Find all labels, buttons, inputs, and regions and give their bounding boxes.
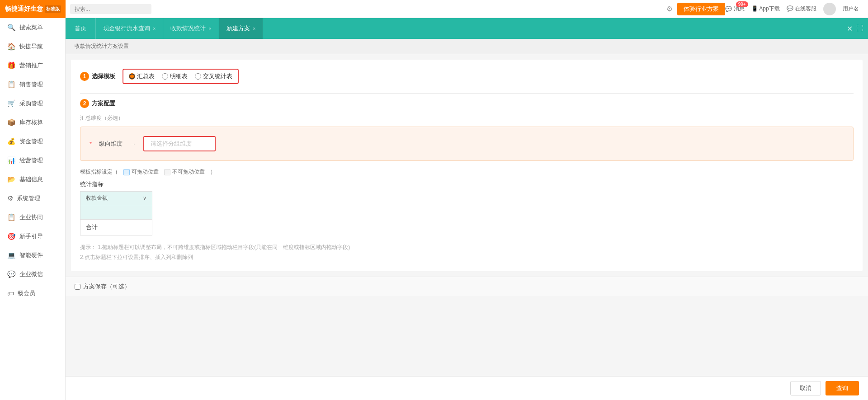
sidebar-item-member[interactable]: 🏷 畅会员 xyxy=(0,284,65,303)
tips-section: 提示： 1.拖动标题栏可以调整布局，不可跨维度或指标区域拖动栏目字段(只能在同一… xyxy=(80,243,854,262)
inventory-icon: 📦 xyxy=(7,118,16,127)
radio-summary-label: 汇总表 xyxy=(137,72,155,80)
sidebar-label-purchase: 采购管理 xyxy=(19,99,43,108)
sidebar-label-basic-info: 基础信息 xyxy=(19,175,43,184)
tab-cashflow[interactable]: 现金银行流水查询 × xyxy=(96,18,163,39)
tab-receipts-close[interactable]: × xyxy=(208,26,211,31)
sidebar-item-system[interactable]: ⚙ 系统管理 xyxy=(0,189,65,208)
radio-summary[interactable]: 汇总表 xyxy=(129,72,155,80)
dimension-row: * 纵向维度 → 请选择分组维度 xyxy=(90,136,844,151)
sidebar-label-system: 系统管理 xyxy=(17,194,40,202)
username: 用户名 xyxy=(843,5,859,13)
sidebar-label-hardware: 智能硬件 xyxy=(19,251,43,259)
save-section: 方案保存（可选） xyxy=(66,277,868,296)
tab-bar: 首页 现金银行流水查询 × 收款情况统计 × 新建方案 × ✕ ⛶ xyxy=(66,18,868,39)
metrics-total-label: 合计 xyxy=(86,224,98,231)
metrics-section: 统计指标 收款金额 ∨ 合计 xyxy=(80,180,854,235)
tab-cashflow-label: 现金银行流水查询 xyxy=(103,24,150,33)
step2-badge: 2 xyxy=(80,99,89,108)
sidebar-label-marketing: 营销推广 xyxy=(19,61,43,70)
step2-section: 2 方案配置 xyxy=(80,99,854,108)
metrics-dropdown-icon[interactable]: ∨ xyxy=(143,195,146,201)
radio-cross-input[interactable] xyxy=(195,73,201,80)
legend-dot-movable xyxy=(123,169,130,175)
guide-icon: 🎯 xyxy=(7,232,16,240)
sidebar-label-search: 搜索菜单 xyxy=(19,24,43,32)
tab-home-label: 首页 xyxy=(75,24,86,33)
tab-new-plan-label: 新建方案 xyxy=(226,24,250,33)
step1-label: 选择模板 xyxy=(92,72,115,80)
operations-icon: 📊 xyxy=(7,156,16,165)
service-icon: 💬 xyxy=(787,5,793,12)
app-download[interactable]: 📱 App下载 xyxy=(751,5,780,13)
step1-badge: 1 xyxy=(80,72,89,81)
tab-bar-right: ✕ ⛶ xyxy=(842,24,868,33)
message-badge[interactable]: 💬 消息 99+ xyxy=(725,5,745,13)
tab-new-plan-close[interactable]: × xyxy=(253,26,255,31)
sidebar-item-marketing[interactable]: 🎁 营销推广 xyxy=(0,56,65,75)
radio-detail-input[interactable] xyxy=(162,73,168,80)
dimension-config-label: 汇总维度（必选） xyxy=(80,114,854,122)
metrics-table-header[interactable]: 收款金额 ∨ xyxy=(80,192,152,205)
sidebar-item-basic-info[interactable]: 📂 基础信息 xyxy=(0,170,65,189)
sidebar-item-search[interactable]: 🔍 搜索菜单 xyxy=(0,18,65,37)
tip-2: 2.点击标题栏下拉可设置排序、插入列和删除列 xyxy=(80,253,854,263)
sidebar-item-purchase[interactable]: 🛒 采购管理 xyxy=(0,94,65,113)
sidebar-item-inventory[interactable]: 📦 库存核算 xyxy=(0,113,65,132)
save-checkbox[interactable] xyxy=(75,284,80,290)
home-icon: 🏠 xyxy=(7,42,16,51)
radio-summary-input[interactable] xyxy=(129,73,135,80)
metrics-table: 收款金额 ∨ 合计 xyxy=(80,191,152,235)
legend-movable-label: 可拖动位置 xyxy=(132,168,159,176)
legend-unmovable: 不可拖动位置 xyxy=(164,168,205,176)
weixin-icon: 💬 xyxy=(7,270,16,278)
sidebar-label-guide: 新手引导 xyxy=(19,232,43,240)
sidebar-item-enterprise[interactable]: 📋 企业协同 xyxy=(0,208,65,227)
tab-home[interactable]: 首页 xyxy=(66,18,96,39)
window-close-btn[interactable]: ✕ xyxy=(847,24,853,33)
window-expand-btn[interactable]: ⛶ xyxy=(856,24,863,33)
metrics-legend-label: 模板指标设定（ xyxy=(80,168,118,176)
metrics-title: 统计指标 xyxy=(80,180,854,188)
query-button[interactable]: 查询 xyxy=(826,381,859,395)
radio-detail[interactable]: 明细表 xyxy=(162,72,188,80)
message-icon: 💬 xyxy=(725,6,732,12)
dimension-arrow: → xyxy=(130,140,136,147)
sidebar-item-guide[interactable]: 🎯 新手引导 xyxy=(0,227,65,246)
sidebar-item-operations[interactable]: 📊 经营管理 xyxy=(0,151,65,170)
step2-label: 方案配置 xyxy=(92,99,115,108)
page-content: 收款情况统计方案设置 1 选择模板 汇总表 xyxy=(66,39,868,376)
trial-button[interactable]: 体验行业方案 xyxy=(677,3,725,15)
badge-count: 99+ xyxy=(736,1,748,7)
service-label: 在线客服 xyxy=(795,5,816,12)
tab-cashflow-close[interactable]: × xyxy=(153,26,156,31)
tab-receipts-label: 收款情况统计 xyxy=(170,24,206,33)
dimension-area: * 纵向维度 → 请选择分组维度 xyxy=(80,127,854,161)
save-label: 方案保存（可选） xyxy=(83,282,130,291)
content-area: 首页 现金银行流水查询 × 收款情况统计 × 新建方案 × ✕ ⛶ xyxy=(66,18,868,400)
user-avatar[interactable] xyxy=(823,3,836,15)
settings-icon[interactable]: ⚙ xyxy=(666,5,673,13)
marketing-icon: 🎁 xyxy=(7,61,16,70)
download-label: App下载 xyxy=(759,5,779,12)
sidebar: 🔍 搜索菜单 🏠 快捷导航 🎁 营销推广 📋 销售管理 🛒 采购管理 📦 库存核… xyxy=(0,18,66,400)
sidebar-label-enterprise: 企业协同 xyxy=(19,213,43,221)
online-service[interactable]: 💬 在线客服 xyxy=(787,5,816,13)
dimension-name: 纵向维度 xyxy=(99,140,123,148)
sidebar-item-sales[interactable]: 📋 销售管理 xyxy=(0,75,65,94)
step1-section: 1 选择模板 汇总表 明细表 交 xyxy=(80,69,854,84)
sidebar-item-hardware[interactable]: 💻 智能硬件 xyxy=(0,246,65,265)
sidebar-item-weixin[interactable]: 💬 企业微信 xyxy=(0,265,65,284)
system-icon: ⚙ xyxy=(7,194,13,202)
search-input[interactable] xyxy=(70,4,151,14)
sidebar-item-finance[interactable]: 💰 资金管理 xyxy=(0,132,65,151)
metrics-col-title: 收款金额 xyxy=(86,194,108,202)
cancel-button[interactable]: 取消 xyxy=(790,381,821,395)
sidebar-item-nav[interactable]: 🏠 快捷导航 xyxy=(0,37,65,56)
tab-new-plan[interactable]: 新建方案 × xyxy=(219,18,263,39)
logo: 畅捷通好生意 标准版 xyxy=(0,0,66,18)
dimension-select[interactable]: 请选择分组维度 xyxy=(143,136,216,151)
radio-cross[interactable]: 交叉统计表 xyxy=(195,72,232,80)
finance-icon: 💰 xyxy=(7,137,16,146)
tab-receipts[interactable]: 收款情况统计 × xyxy=(163,18,219,39)
